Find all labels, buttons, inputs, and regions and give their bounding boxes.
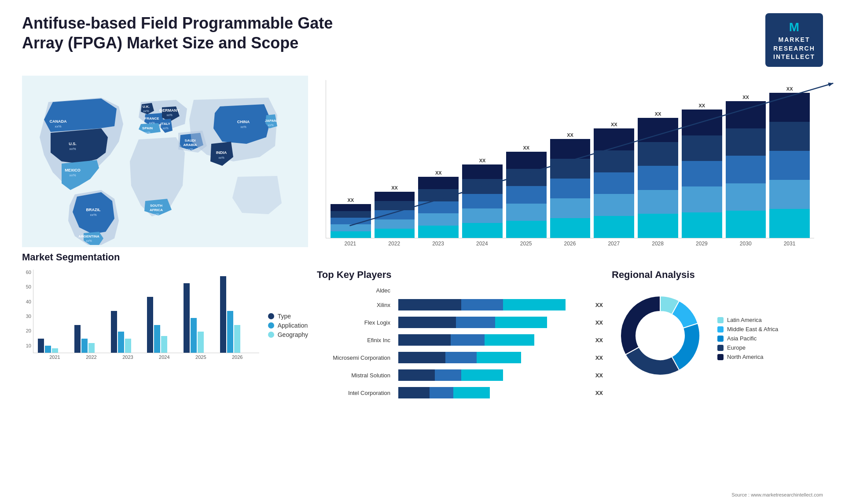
segmentation-title: Market Segmentation — [22, 252, 308, 263]
player-bar — [398, 334, 588, 347]
stacked-bar-2024 — [462, 164, 503, 238]
x-label-2027: 2027 — [594, 241, 634, 247]
x-label-2028: 2028 — [638, 241, 678, 247]
seg-bar-geo-2025 — [198, 332, 204, 353]
stacked-bar-2029 — [682, 110, 722, 238]
seg-bar-type-2026 — [220, 276, 226, 353]
player-name: Microsemi Corporation — [317, 354, 394, 361]
player-bar-seg1 — [398, 334, 451, 346]
player-bar-seg2 — [461, 299, 503, 310]
bar-seg-4-2024 — [462, 223, 503, 237]
player-name: Flex Logix — [317, 319, 394, 326]
player-name: Intel Corporation — [317, 390, 394, 396]
seg-bar-app-2025 — [191, 318, 197, 353]
bar-column-2026: XX — [550, 132, 591, 238]
players-section: Top Key Players AldecXilinxXXFlex LogixX… — [317, 269, 603, 405]
seg-x-label-2021: 2021 — [37, 354, 72, 360]
bar-seg-2-2026 — [550, 179, 591, 198]
bar-column-2021: XX — [331, 197, 371, 238]
svg-text:CANADA: CANADA — [50, 119, 67, 124]
bar-column-2024: XX — [462, 158, 503, 238]
seg-bars-inner — [33, 270, 259, 353]
bar-chart-bars: XXXXXXXXXXXXXXXXXXXXXX — [326, 80, 814, 238]
player-bar — [398, 369, 588, 382]
player-name: Aldec — [317, 287, 394, 294]
bar-seg-1-2027 — [594, 150, 634, 172]
stacked-bar-2023 — [418, 177, 459, 238]
regional-legend-item-4: North America — [717, 354, 778, 360]
regional-label-1: Middle East & Africa — [727, 326, 778, 332]
bar-column-2023: XX — [418, 170, 459, 238]
bar-chart-section: XXXXXXXXXXXXXXXXXXXXXX 20212022202320242… — [317, 76, 823, 260]
stacked-bar-2021 — [331, 204, 371, 238]
bar-seg-1-2022 — [375, 201, 415, 210]
bar-xx-2026: XX — [567, 132, 573, 138]
stacked-bar-2030 — [726, 101, 766, 238]
player-row-microsemi-corporation: Microsemi CorporationXX — [317, 352, 603, 364]
x-label-2023: 2023 — [418, 241, 459, 247]
seg-bar-geo-2026 — [234, 325, 240, 353]
bar-chart-xlabels: 2021202220232024202520262027202820292030… — [326, 238, 814, 247]
bar-seg-1-2028 — [638, 142, 678, 166]
seg-x-label-2023: 2023 — [110, 354, 145, 360]
legend-dot-geography — [268, 332, 274, 338]
bar-seg-0-2026 — [550, 139, 591, 159]
donut-container — [612, 287, 709, 386]
x-label-2030: 2030 — [725, 241, 766, 247]
seg-bar-type-2021 — [38, 339, 44, 353]
legend-label-geography: Geography — [278, 331, 308, 338]
player-bar — [398, 299, 588, 311]
bar-seg-1-2024 — [462, 179, 503, 194]
seg-chart: 60 50 40 30 20 10 — [22, 270, 259, 366]
player-bar-seg3 — [495, 317, 547, 328]
stacked-bar-2026 — [550, 139, 591, 238]
svg-text:GERMANY: GERMANY — [159, 108, 180, 113]
bar-chart-wrapper: XXXXXXXXXXXXXXXXXXXXXX 20212022202320242… — [326, 80, 814, 256]
regional-section: Regional Analysis Latin AmericaMiddle Ea… — [612, 269, 823, 405]
svg-text:xx%: xx% — [240, 125, 246, 128]
bar-seg-0-2030 — [726, 101, 766, 128]
bar-seg-2-2025 — [506, 186, 547, 203]
regional-dot-2 — [717, 336, 724, 342]
bar-seg-2-2030 — [726, 156, 766, 183]
bar-seg-0-2031 — [769, 93, 810, 122]
players-list: AldecXilinxXXFlex LogixXXEfinix IncXXMic… — [317, 287, 603, 399]
bar-seg-3-2027 — [594, 194, 634, 216]
player-bar-seg1 — [398, 352, 445, 363]
bar-column-2027: XX — [594, 122, 634, 238]
main-content: CANADA xx% U.S. xx% MEXICO xx% BRAZIL xx… — [22, 76, 823, 405]
bar-seg-1-2030 — [726, 128, 766, 156]
svg-text:SAUDI: SAUDI — [185, 139, 196, 142]
player-bar — [398, 352, 588, 364]
bar-seg-2-2024 — [462, 194, 503, 208]
bar-seg-4-2025 — [506, 221, 547, 238]
bar-column-2025: XX — [506, 145, 547, 238]
regional-title: Regional Analysis — [612, 269, 823, 281]
player-bar-seg3 — [503, 299, 566, 310]
bar-seg-0-2023 — [418, 177, 459, 189]
player-xx: XX — [595, 354, 603, 361]
bar-seg-2-2028 — [638, 166, 678, 190]
svg-text:xx%: xx% — [86, 239, 92, 242]
player-bar-seg1 — [398, 369, 435, 381]
seg-bar-geo-2022 — [88, 343, 95, 353]
player-row-aldec: Aldec — [317, 287, 603, 294]
logo-box: M MARKET RESEARCH INTELLECT — [765, 13, 823, 67]
bar-seg-0-2021 — [331, 204, 371, 211]
bar-seg-3-2023 — [418, 213, 459, 226]
logo-line3: INTELLECT — [773, 53, 815, 62]
player-name: Efinix Inc — [317, 337, 394, 343]
bar-seg-0-2022 — [375, 192, 415, 201]
donut-seg-3 — [625, 347, 679, 375]
player-row-flex-logix: Flex LogixXX — [317, 317, 603, 329]
seg-x-labels: 202120222023202420252026 — [33, 353, 259, 360]
seg-group-2021 — [38, 339, 73, 353]
bar-seg-3-2030 — [726, 183, 766, 211]
player-bar-seg2 — [451, 334, 485, 346]
stacked-bar-2027 — [594, 128, 634, 238]
logo-line1: MARKET — [773, 36, 815, 44]
bar-xx-2022: XX — [391, 185, 398, 190]
world-map-svg: CANADA xx% U.S. xx% MEXICO xx% BRAZIL xx… — [22, 76, 308, 247]
bar-xx-2028: XX — [655, 111, 661, 117]
seg-bar-geo-2021 — [52, 348, 58, 353]
